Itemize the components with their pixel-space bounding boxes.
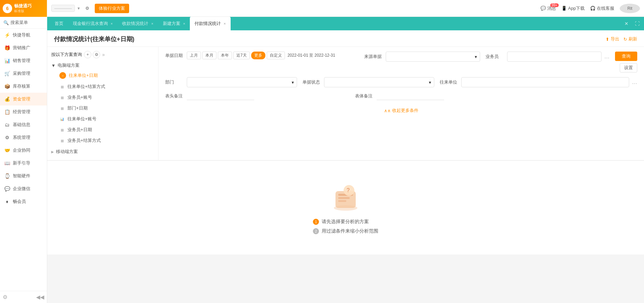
source-select[interactable]: ▾ [386, 52, 480, 62]
date-btn-this-month[interactable]: 本月 [202, 52, 216, 59]
sidebar-item-marketing[interactable]: 🎁 营销推广 [0, 41, 47, 54]
sidebar-item-enterprise[interactable]: 🤝 企业协同 [0, 144, 47, 157]
tab-new-plan[interactable]: 新建方案 × [158, 17, 190, 30]
sidebar: 6 畅捷通巧 标准版 🔍 搜索菜单 ⚡ 快捷导航 🎁 营销推广 📊 销售管理 🛒… [0, 0, 47, 303]
empty-tip-2: 2 用过滤条件来缩小分析范围 [313, 228, 378, 234]
trial-button[interactable]: 体验行业方案 [95, 4, 129, 13]
collapse-icon: ∧∧ [384, 108, 391, 113]
body-note-input[interactable] [377, 92, 444, 100]
tab-payment-stats[interactable]: 付款情况统计 × [190, 17, 230, 30]
sidebar-settings-icon[interactable]: ⚙ [3, 294, 7, 300]
dept-select[interactable]: ▾ [187, 77, 297, 87]
plan-icon: ▦ [59, 84, 65, 89]
settings-button[interactable]: 设置 [620, 63, 637, 72]
counterpart-label: 往来单位 [440, 79, 459, 85]
tab-receipt-close-icon[interactable]: × [151, 22, 153, 26]
sidebar-footer: ⚙ ◀◀ [0, 291, 47, 303]
sales-icon: 📊 [4, 58, 10, 64]
topbar-settings-button[interactable]: ⚙ [83, 4, 92, 13]
collapse-label: 收起更多条件 [392, 108, 418, 114]
sidebar-item-operation[interactable]: 📋 经营管理 [0, 105, 47, 118]
staff-select[interactable] [507, 52, 602, 62]
plan-icon: ▦ [59, 127, 65, 132]
date-btn-7days[interactable]: 近7天 [233, 52, 250, 59]
date-btn-this-year[interactable]: 本年 [218, 52, 232, 59]
filter-mobile-group[interactable]: ▶ 移动端方案 [47, 147, 158, 156]
sidebar-item-guide[interactable]: 📖 新手引导 [0, 157, 47, 170]
filter-desktop-header[interactable]: ▼ 电脑端方案 [47, 61, 158, 70]
tip-text-1: 请先选择要分析的方案 [322, 219, 369, 225]
add-plan-button[interactable]: + [84, 51, 91, 58]
sidebar-item-label: 营销推广 [13, 45, 30, 51]
sidebar-item-member[interactable]: ♦ 畅会员 [0, 195, 47, 208]
filter-collapse-button[interactable]: » [102, 52, 105, 57]
svg-text:?: ? [347, 187, 350, 193]
sidebar-item-hardware[interactable]: ⌚ 智能硬件 [0, 170, 47, 182]
sidebar-item-purchase[interactable]: 🛒 采购管理 [0, 67, 47, 80]
dept-field: 部门 ▾ [165, 77, 297, 87]
app-icon: 📱 [561, 6, 567, 11]
filter-item-label: 往来单位+日期 [69, 72, 98, 79]
plan-settings-button[interactable]: ⚙ [93, 51, 100, 58]
app-download-button[interactable]: 📱 App下载 [561, 5, 585, 11]
tab-payment-label: 付款情况统计 [195, 21, 221, 27]
page-header: 付款情况统计(往来单位+日期) ⬆ 导出 ↻ 刷新 [47, 30, 644, 47]
tab-home[interactable]: 首页 [50, 17, 68, 30]
doc-status-arrow-icon: ▾ [429, 80, 431, 85]
date-btn-more[interactable]: 更多 [251, 52, 265, 59]
refresh-button[interactable]: ↻ 刷新 [623, 36, 637, 42]
filter-item-staff-date[interactable]: ▦ 业务员+日期 [51, 124, 158, 135]
sidebar-item-wechat[interactable]: 💬 企业微信 [0, 182, 47, 195]
doc-status-select[interactable]: ▾ [324, 77, 434, 87]
tab-bank-close-icon[interactable]: × [111, 22, 113, 26]
filter-row-3: 表头备注 表体备注 [165, 92, 637, 100]
dept-label: 部门 [165, 79, 184, 85]
tab-bank[interactable]: 现金银行流水查询 × [68, 17, 117, 30]
main-area: ———— ▾ ⚙ 体验行业方案 💬 消息 99+ 📱 App下载 🎧 在线客服 … [47, 0, 644, 303]
sidebar-item-sales[interactable]: 📊 销售管理 [0, 54, 47, 67]
filter-sidebar: 按以下方案查询 + ⚙ » ▼ 电脑端方案 [47, 47, 158, 160]
page-title: 付款情况统计(往来单位+日期) [54, 35, 135, 43]
sidebar-item-label: 资金管理 [13, 96, 30, 102]
source-label: 来源单据 [364, 54, 383, 60]
counterpart-ellipsis[interactable]: … [632, 79, 637, 85]
filter-item-company-account[interactable]: 📊 往来单位+账号 [51, 114, 158, 124]
tab-close-all-button[interactable]: ✕ [622, 20, 631, 28]
plan-icon: ▦ [59, 95, 65, 100]
page: 付款情况统计(往来单位+日期) ⬆ 导出 ↻ 刷新 [47, 30, 644, 254]
tab-expand-button[interactable]: ⛶ [633, 20, 641, 28]
staff-ellipsis[interactable]: … [604, 54, 610, 60]
sidebar-collapse-icon[interactable]: ◀◀ [36, 294, 44, 300]
filter-form: 单据日期 上月 本月 本年 近7天 更多 自定义 2022-01-01 至 20… [158, 47, 644, 160]
tab-receipt-stats[interactable]: 收款情况统计 × [117, 17, 158, 30]
quick-nav-icon: ⚡ [4, 32, 10, 38]
tab-new-plan-close-icon[interactable]: × [183, 22, 185, 26]
service-button[interactable]: 🎧 在线客服 [590, 5, 614, 11]
avatar[interactable]: Rit [620, 4, 640, 13]
enterprise-icon: 🤝 [4, 147, 10, 153]
filter-row-1: 单据日期 上月 本月 本年 近7天 更多 自定义 2022-01-01 至 20… [165, 52, 637, 72]
sidebar-item-system[interactable]: ⚙ 系统管理 [0, 131, 47, 144]
sidebar-item-quick-nav[interactable]: ⚡ 快捷导航 [0, 29, 47, 41]
date-buttons: 上月 本月 本年 近7天 更多 自定义 2022-01-01 至 2022-12… [187, 52, 335, 59]
date-btn-last-month[interactable]: 上月 [187, 52, 201, 59]
date-btn-custom[interactable]: 自定义 [267, 52, 285, 59]
export-button[interactable]: ⬆ 导出 [606, 36, 619, 42]
sidebar-item-capital[interactable]: 💰 资金管理 [0, 93, 47, 105]
logo-icon: 6 [3, 4, 12, 13]
filter-item-company-settlement[interactable]: ▦ 往来单位+结算方式 [51, 81, 158, 92]
sidebar-item-basic[interactable]: 🗂 基础信息 [0, 118, 47, 131]
filter-item-dept-date[interactable]: ▦ 部门+日期 [51, 103, 158, 114]
query-button[interactable]: 查询 [615, 52, 637, 61]
tab-payment-close-icon[interactable]: × [224, 22, 226, 26]
search-menu[interactable]: 🔍 搜索菜单 [0, 17, 47, 29]
collapse-conditions-button[interactable]: ∧∧ 收起更多条件 [165, 105, 637, 116]
system-icon: ⚙ [4, 134, 10, 141]
sidebar-item-inventory[interactable]: 📦 库存核算 [0, 80, 47, 93]
head-note-input[interactable] [187, 92, 254, 100]
message-button[interactable]: 💬 消息 99+ [540, 5, 556, 11]
filter-item-staff-account[interactable]: ▦ 业务员+账号 [51, 92, 158, 103]
counterpart-select[interactable] [461, 77, 629, 87]
filter-item-company-date[interactable]: ○ 往来单位+日期 [51, 70, 158, 81]
filter-item-staff-settlement[interactable]: ▦ 业务员+结算方式 [51, 135, 158, 146]
